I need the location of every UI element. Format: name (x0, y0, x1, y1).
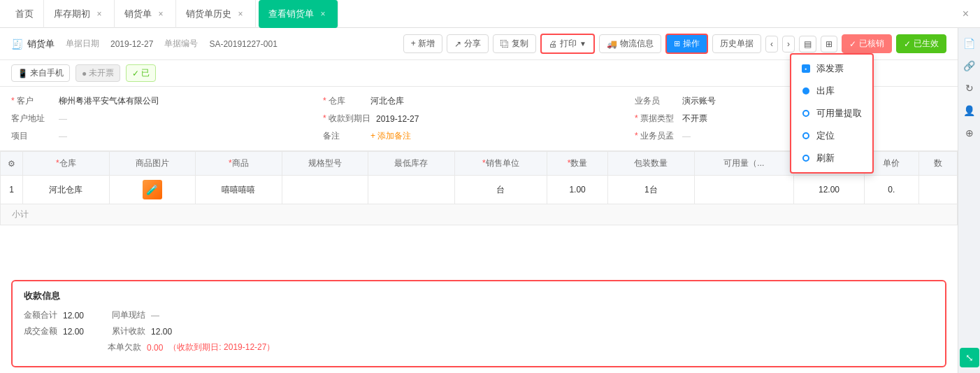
customer-field: 客户 柳州粤港平安气体有限公司 (11, 95, 323, 107)
next-icon: › (787, 39, 790, 49)
operate-label: 操作 (683, 38, 700, 50)
share-button[interactable]: ↗ 分享 (447, 34, 489, 53)
transaction-item: 成交金额 12.00 (24, 325, 84, 337)
layout1-button[interactable]: ▤ (799, 36, 816, 52)
tab-inventory-init-close[interactable]: × (94, 9, 104, 19)
tab-home[interactable]: 首页 (6, 0, 44, 28)
tab-sales-order[interactable]: 销货单 × (115, 0, 176, 28)
main-area: 🧾 销货单 单据日期 2019-12-27 单据编号 SA-20191227-0… (0, 28, 958, 373)
payment-info-row-2: 成交金额 12.00 累计收款 12.00 (24, 325, 934, 337)
due-date-hint: （收款到期日: 2019-12-27） (168, 342, 275, 353)
add-note-button[interactable]: + 添加备注 (370, 130, 411, 142)
ticket-type-label: 票据类型 (635, 113, 677, 125)
product-image: 🧪 (143, 180, 162, 199)
prev-button[interactable]: ‹ (765, 36, 778, 52)
sidebar-refresh-icon[interactable]: ↻ (960, 78, 979, 98)
dropdown-item-available-pick[interactable]: 可用量提取 (791, 102, 872, 125)
from-phone-button[interactable]: 📱 来自手机 (11, 64, 70, 82)
refresh-icon (801, 153, 811, 163)
tab-sales-order-label: 销货单 (124, 8, 152, 20)
col-min-stock: 最低库存 (368, 152, 455, 176)
cumulative-item: 累计收款 12.00 (112, 325, 172, 337)
cell-spec (282, 176, 368, 204)
locate-icon (801, 131, 811, 141)
operator-value: 演示账号 (682, 95, 716, 107)
same-order-item: 同单现结 — (112, 309, 159, 321)
due-date-field: 收款到期日 2019-12-27 (323, 113, 635, 125)
copy-icon: ⿻ (500, 39, 509, 49)
col-pack-qty: 包装数量 (607, 152, 694, 176)
doc-date-label: 单据日期 (66, 38, 99, 50)
prev-icon: ‹ (770, 39, 773, 49)
dropdown-item-refresh[interactable]: 刷新 (791, 147, 872, 169)
doc-date-value: 2019-12-27 (110, 39, 153, 49)
logistics-button[interactable]: 🚚 物流信息 (599, 34, 661, 53)
col-available: 可用量（... (694, 152, 794, 176)
tab-bar: 首页 库存期初 × 销货单 × 销货单历史 × 查看销货单 × × (0, 0, 980, 28)
share-label: 分享 (464, 38, 481, 50)
share-icon: ↗ (454, 39, 461, 49)
tab-sales-order-close[interactable]: × (156, 9, 166, 19)
cell-unit-price: 0. (864, 176, 918, 204)
sidebar-user-icon[interactable]: 👤 (960, 101, 979, 120)
not-open-icon: ● (82, 69, 87, 78)
transaction-label: 成交金额 (24, 325, 57, 337)
revoke-button[interactable]: ✓ 已核销 (842, 34, 892, 53)
copy-label: 复制 (512, 38, 528, 50)
tab-view-sales-close[interactable]: × (318, 9, 328, 19)
sales-rep-label: 业务员孟 (635, 130, 677, 142)
col-unit: *销售单位 (454, 152, 547, 176)
doc-title-icon: 🧾 (11, 38, 23, 50)
payment-info-row-3: 本单欠款 0.00 （收款到期日: 2019-12-27） (24, 342, 934, 353)
logistics-icon: 🚚 (607, 39, 617, 49)
tab-inventory-init[interactable]: 库存期初 × (44, 0, 115, 28)
print-icon: 🖨 (549, 39, 557, 49)
new-button[interactable]: + 新增 (403, 34, 442, 53)
layout2-button[interactable]: ⊞ (821, 36, 837, 52)
cell-row-num: 1 (1, 176, 23, 204)
customer-value: 柳州粤港平安气体有限公司 (59, 95, 159, 107)
col-setting[interactable]: ⚙ (1, 152, 23, 176)
operate-button[interactable]: ⊞ 操作 (665, 34, 708, 54)
copy-button[interactable]: ⿻ 复制 (493, 34, 536, 53)
same-order-value: — (151, 311, 159, 321)
payment-info-row-1: 金额合计 12.00 同单现结 — (24, 309, 934, 321)
transaction-value: 12.00 (63, 327, 84, 337)
print-label: 打印 (560, 38, 577, 50)
col-image: 商品图片 (109, 152, 196, 176)
print-button[interactable]: 🖨 打印 ▼ (540, 34, 595, 54)
dropdown-item-add-invoice[interactable]: ▪ 添发票 (791, 57, 872, 80)
next-button[interactable]: › (782, 36, 795, 52)
due-date-value: 2019-12-27 (376, 114, 419, 124)
cumulative-value: 12.00 (151, 327, 172, 337)
add-invoice-label: 添发票 (816, 62, 844, 75)
tab-view-sales[interactable]: 查看销货单 × (259, 0, 338, 28)
print-dropdown-icon: ▼ (579, 40, 586, 48)
project-field: 项目 — (11, 130, 323, 142)
dropdown-item-outbound[interactable]: 出库 (791, 80, 872, 102)
sidebar-add-icon[interactable]: ⊕ (960, 123, 979, 143)
cell-min-stock (368, 176, 455, 204)
tab-sales-history-close[interactable]: × (236, 9, 245, 19)
sidebar-expand-icon[interactable]: ⤡ (960, 348, 979, 367)
doc-number-value: SA-20191227-001 (209, 39, 277, 49)
tab-view-sales-label: 查看销货单 (268, 8, 314, 20)
operate-dropdown-menu: ▪ 添发票 出库 可用量提取 (790, 53, 874, 174)
tab-sales-history[interactable]: 销货单历史 × (176, 0, 256, 28)
done-badge: ✓ 已 (126, 64, 156, 82)
tab-inventory-init-label: 库存期初 (54, 8, 90, 20)
sidebar-link-icon[interactable]: 🔗 (960, 56, 979, 76)
history-label: 历史单据 (720, 38, 754, 50)
tab-bar-close-button[interactable]: × (957, 8, 974, 20)
col-spec: 规格型号 (282, 152, 368, 176)
layout2-icon: ⊞ (826, 39, 833, 49)
effect-icon: ✓ (904, 39, 911, 49)
sidebar-doc-icon[interactable]: 📄 (960, 34, 979, 53)
col-more: 数 (918, 152, 957, 176)
current-due-item: 本单欠款 0.00 （收款到期日: 2019-12-27） (108, 342, 275, 353)
amount-total-item: 金额合计 12.00 (24, 309, 84, 321)
dropdown-item-locate[interactable]: 定位 (791, 125, 872, 147)
history-button[interactable]: 历史单据 (712, 34, 761, 53)
effect-button[interactable]: ✓ 已生效 (896, 34, 946, 53)
subtotal-label: 小计 (1, 204, 958, 225)
